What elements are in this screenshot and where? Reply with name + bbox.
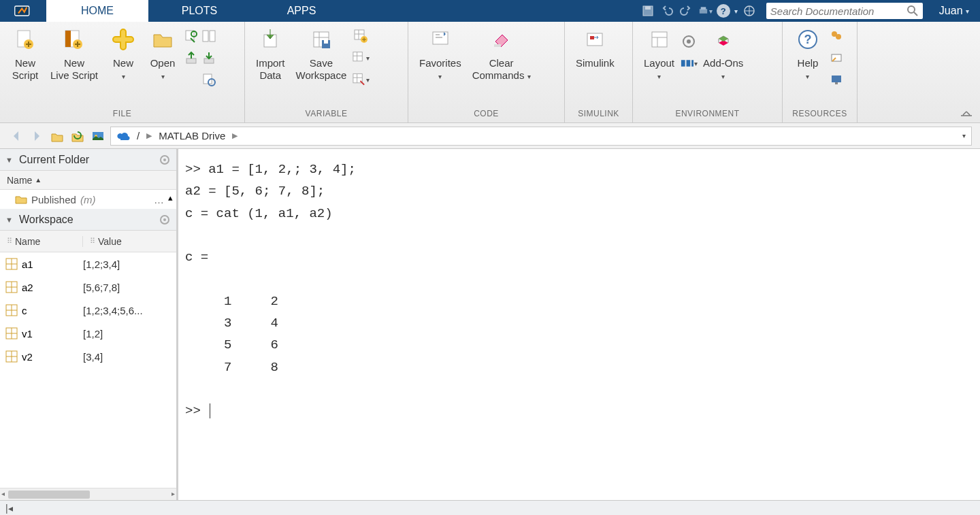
print-icon[interactable]: ▾ — [698, 3, 713, 18]
collapse-ribbon-icon[interactable] — [960, 110, 973, 118]
scrollbar-thumb[interactable] — [8, 491, 90, 499]
redo-icon[interactable] — [679, 3, 693, 18]
new-variable-icon[interactable] — [352, 27, 370, 45]
download-icon[interactable] — [200, 49, 218, 67]
svg-rect-15 — [186, 59, 196, 63]
tab-home[interactable]: HOME — [46, 0, 148, 22]
svg-point-35 — [687, 39, 691, 44]
svg-rect-32 — [590, 36, 594, 39]
svg-rect-36 — [681, 60, 685, 67]
svg-rect-16 — [203, 31, 208, 41]
path-dropdown-icon[interactable]: ▾ — [962, 132, 966, 139]
main-area: ▼ Current Folder Name▲ ▴ Published (m)… … — [0, 149, 980, 500]
workspace-variable-row[interactable]: v1[1,2] — [0, 322, 176, 345]
svg-rect-44 — [832, 76, 841, 82]
compare-icon[interactable] — [200, 27, 218, 45]
rewind-icon[interactable]: |◂ — [5, 503, 13, 514]
folder-row[interactable]: Published (m)… — [0, 190, 176, 209]
forward-icon[interactable] — [29, 128, 45, 144]
workspace-variable-row[interactable]: v2[3,4] — [0, 345, 176, 368]
tab-plots[interactable]: PLOTS — [148, 0, 250, 22]
simulink-button[interactable]: Simulink — [570, 26, 620, 71]
favorites-button[interactable]: Favorites▾ — [414, 26, 467, 84]
open-button[interactable]: Open▾ — [143, 26, 182, 84]
matlab-logo — [0, 0, 46, 22]
save-icon[interactable] — [640, 3, 655, 18]
panel-menu-icon[interactable] — [159, 154, 171, 166]
layout-button[interactable]: Layout▾ — [638, 26, 680, 84]
preferences-icon[interactable] — [680, 33, 698, 50]
search-box[interactable] — [766, 3, 923, 19]
panel-menu-icon[interactable] — [159, 214, 171, 226]
workspace-columns: ⠿Name ⠿Value — [0, 231, 176, 252]
workspace-variable-row[interactable]: c[1,2;3,4;5,6... — [0, 299, 176, 322]
refresh-icon[interactable] — [69, 128, 86, 144]
workspace-col-value[interactable]: ⠿Value — [83, 236, 129, 247]
tab-apps[interactable]: APPS — [250, 0, 353, 22]
new-live-script-button[interactable]: New Live Script — [45, 26, 103, 83]
help-button[interactable]: ? Help▾ — [788, 26, 828, 84]
horizontal-scrollbar[interactable]: ◂ ▸ — [0, 488, 176, 500]
help-dropdown-icon[interactable]: ▾ — [734, 7, 738, 15]
search-input[interactable] — [770, 5, 906, 17]
upload-icon[interactable] — [182, 49, 200, 67]
svg-rect-4 — [701, 7, 706, 10]
request-support-icon[interactable] — [828, 49, 845, 67]
address-bar: / ▶ MATLAB Drive ▶ ▾ — [0, 123, 980, 149]
back-icon[interactable] — [8, 128, 24, 144]
path-root: / — [137, 130, 140, 142]
addons-button[interactable]: Add-Ons▾ — [698, 26, 749, 84]
path-folder[interactable]: MATLAB Drive — [159, 130, 225, 142]
svg-rect-11 — [65, 31, 71, 47]
ribbon: New Script New Live Script New▾ Open▾ — [0, 22, 980, 123]
open-variable-icon[interactable]: ▾ — [352, 49, 370, 67]
user-menu[interactable]: Juan ▾ — [928, 0, 980, 22]
ribbon-label-resources: RESOURCES — [783, 109, 857, 122]
scroll-right-icon[interactable]: ▸ — [172, 490, 175, 497]
help-icon[interactable]: ? — [717, 4, 730, 18]
up-folder-icon[interactable] — [49, 128, 65, 144]
workspace-header[interactable]: ▼ Workspace — [0, 209, 176, 231]
learn-icon[interactable] — [828, 71, 845, 88]
collapse-icon[interactable]: ▼ — [5, 156, 15, 164]
find-files-icon[interactable] — [182, 27, 200, 45]
workspace-list: a1[1,2;3,4]a2[5,6;7,8]c[1,2;3,4;5,6...v1… — [0, 252, 176, 488]
svg-text:?: ? — [804, 33, 812, 46]
new-script-button[interactable]: New Script — [5, 26, 45, 83]
workspace-col-name[interactable]: ⠿Name — [0, 236, 83, 247]
community-icon[interactable] — [828, 27, 845, 45]
current-folder-columns[interactable]: Name▲ — [0, 171, 176, 190]
globe-icon[interactable] — [742, 3, 757, 18]
set-path-icon[interactable]: ▾ — [680, 54, 698, 72]
workspace-variable-row[interactable]: a2[5,6;7,8] — [0, 276, 176, 299]
import-data-button[interactable]: Import Data — [250, 26, 291, 83]
path-separator-icon: ▶ — [146, 131, 152, 140]
scroll-left-icon[interactable]: ◂ — [1, 490, 5, 497]
preview-icon[interactable] — [200, 71, 218, 88]
path-separator-icon[interactable]: ▶ — [232, 131, 238, 140]
workspace-variable-row[interactable]: a1[1,2;3,4] — [0, 252, 176, 276]
browse-icon[interactable] — [90, 128, 106, 144]
menu-tab-bar: HOME PLOTS APPS ▾ ? ▾ Juan ▾ — [0, 0, 980, 22]
ribbon-label-code: CODE — [408, 109, 564, 122]
collapse-icon[interactable]: ▼ — [5, 216, 15, 224]
scroll-up-icon[interactable]: ▴ — [168, 193, 175, 203]
svg-point-49 — [163, 159, 166, 161]
save-workspace-button[interactable]: Save Workspace — [291, 26, 353, 83]
path-box[interactable]: / ▶ MATLAB Drive ▶ ▾ — [110, 127, 972, 146]
new-button[interactable]: New▾ — [103, 26, 143, 84]
command-window[interactable]: >> a1 = [1, 2,; 3, 4]; a2 = [5, 6; 7, 8]… — [178, 149, 980, 500]
ribbon-group-code: Favorites▾ Clear Commands ▾ CODE — [408, 22, 565, 122]
status-bar: |◂ — [0, 500, 980, 515]
svg-rect-27 — [353, 52, 362, 61]
clear-commands-button[interactable]: Clear Commands ▾ — [467, 26, 536, 84]
sort-asc-icon: ▲ — [35, 176, 42, 184]
undo-icon[interactable] — [659, 3, 674, 18]
ribbon-group-file: New Script New Live Script New▾ Open▾ — [0, 22, 245, 122]
clear-workspace-icon[interactable]: ▾ — [352, 71, 370, 88]
svg-point-51 — [163, 218, 166, 221]
current-folder-header[interactable]: ▼ Current Folder — [0, 149, 176, 171]
svg-rect-17 — [210, 31, 215, 41]
ribbon-label-simulink: SIMULINK — [565, 109, 632, 122]
current-folder-list: ▴ Published (m)… — [0, 190, 176, 209]
